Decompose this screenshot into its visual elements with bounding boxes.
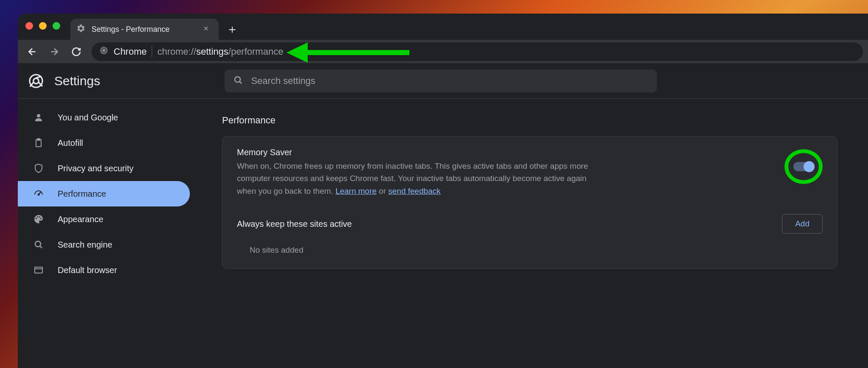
omnibox-url: chrome://settings/performance [157,46,283,57]
browser-icon [33,265,44,276]
omnibox-chrome-label: Chrome [114,46,147,57]
window-maximize-button[interactable] [53,22,60,30]
settings-body: You and Google Autofill Privacy and secu… [18,99,868,368]
always-active-label: Always keep these sites active [237,219,352,229]
memory-saver-description: When on, Chrome frees up memory from ina… [237,160,606,197]
page-content: Settings You and Google [18,64,868,368]
no-sites-text: No sites added [250,245,823,255]
settings-sidebar: You and Google Autofill Privacy and secu… [18,99,192,368]
reload-button[interactable] [67,42,86,61]
window-controls [25,22,60,30]
add-site-button[interactable]: Add [782,214,823,234]
search-icon [33,239,44,250]
browser-tab[interactable]: Settings - Performance [70,19,219,40]
browser-window: Settings - Performance Chrome chrome://s… [18,14,868,368]
svg-point-5 [235,77,240,82]
svg-point-10 [35,241,41,247]
settings-main-pane: Performance Memory Saver When on, Chrome… [192,99,868,368]
speedometer-icon [33,188,44,199]
sidebar-item-label: Search engine [58,240,112,250]
back-button[interactable] [23,42,42,61]
palette-icon [33,214,44,225]
window-close-button[interactable] [25,22,33,30]
shield-icon [33,163,44,174]
window-title-bar: Settings - Performance [18,14,868,40]
omnibox-divider [152,46,152,57]
chrome-logo-icon [28,73,44,89]
memory-saver-row: Memory Saver When on, Chrome frees up me… [237,148,823,197]
memory-saver-title: Memory Saver [237,148,774,157]
sidebar-item-search-engine[interactable]: Search engine [18,232,190,257]
new-tab-button[interactable] [224,21,241,38]
memory-saver-toggle-wrap [785,148,823,186]
svg-point-2 [103,49,105,52]
page-heading: Performance [222,115,837,126]
sidebar-item-autofill[interactable]: Autofill [18,130,190,156]
gear-icon [76,24,86,35]
memory-saver-toggle[interactable] [793,162,814,171]
settings-search-field[interactable] [251,75,648,86]
sidebar-item-label: Default browser [58,265,117,275]
sidebar-item-label: Autofill [58,138,83,148]
tab-title: Settings - Performance [92,25,195,34]
sidebar-item-label: You and Google [58,113,118,123]
sidebar-item-performance[interactable]: Performance [18,181,190,206]
svg-rect-8 [37,139,40,140]
search-icon [233,75,243,87]
settings-title: Settings [54,74,100,88]
sidebar-item-label: Privacy and security [58,164,134,173]
toggle-knob [804,161,815,172]
svg-rect-11 [35,267,42,273]
learn-more-link[interactable]: Learn more [335,187,376,195]
sidebar-item-privacy-security[interactable]: Privacy and security [18,156,190,181]
window-minimize-button[interactable] [39,22,47,30]
sidebar-item-appearance[interactable]: Appearance [18,206,190,232]
forward-button[interactable] [45,42,64,61]
svg-point-9 [38,194,39,195]
settings-header: Settings [18,64,868,99]
sidebar-item-you-and-google[interactable]: You and Google [18,105,190,130]
browser-toolbar: Chrome chrome://settings/performance [18,40,868,64]
svg-point-4 [33,78,39,84]
person-icon [33,112,44,123]
sidebar-item-default-browser[interactable]: Default browser [18,257,190,283]
send-feedback-link[interactable]: send feedback [388,187,441,195]
performance-card: Memory Saver When on, Chrome frees up me… [222,136,837,269]
address-bar[interactable]: Chrome chrome://settings/performance [92,42,863,61]
tab-close-button[interactable] [201,23,211,36]
clipboard-icon [33,137,44,148]
always-active-row: Always keep these sites active Add [237,214,823,234]
svg-point-6 [37,114,40,117]
sidebar-item-label: Performance [58,189,106,199]
sidebar-item-label: Appearance [58,215,103,224]
chrome-icon [99,46,108,58]
settings-search-input[interactable] [225,70,657,92]
